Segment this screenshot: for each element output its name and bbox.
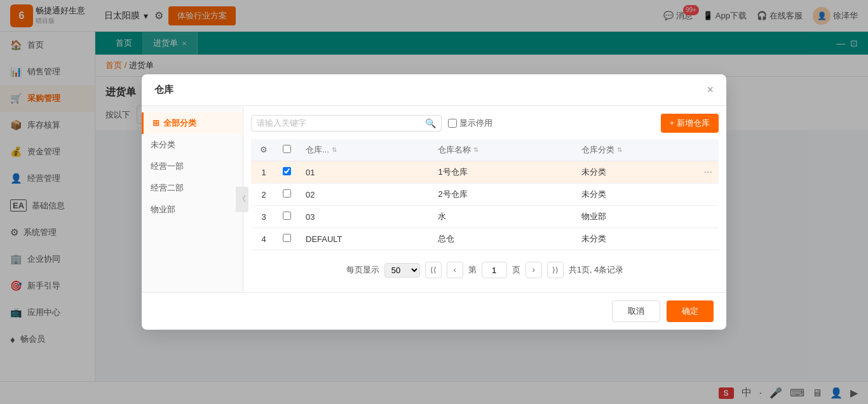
th-settings: ⚙ [251,139,276,161]
confirm-button[interactable]: 确定 [667,300,714,322]
row-code: DEFAULT [299,228,431,250]
page-summary: 共1页, 4条记录 [569,264,624,276]
row-num: 1 [251,161,276,184]
row-category: 未分类 [575,228,719,250]
category-sort-icon[interactable]: ⇅ [617,146,622,153]
row-checkbox-cell [276,184,299,206]
table-row[interactable]: 2 02 2号仓库 未分类 [251,184,719,206]
table-body: 1 01 1号仓库 未分类 ··· 2 02 2号仓库 未分类 3 [251,161,719,250]
dialog-footer: 取消 确定 [142,292,726,330]
show-disabled-group: 显示停用 [448,118,492,129]
cancel-button[interactable]: 取消 [612,300,660,322]
row-name: 总仓 [431,228,575,250]
search-input[interactable] [257,118,421,128]
search-icon[interactable]: 🔍 [425,118,436,128]
select-all-checkbox[interactable] [283,145,291,153]
th-checkbox [276,139,299,161]
warehouse-dialog: 仓库 × ⊞ 全部分类 未分类 经营一部 经营二部 [142,74,726,330]
row-name: 水 [431,206,575,228]
th-category-label: 仓库分类 [581,144,614,156]
row-checkbox[interactable] [283,234,291,242]
row-checkbox-cell [276,161,299,184]
settings-col-icon[interactable]: ⚙ [260,145,268,154]
cat-label-property: 物业部 [151,205,175,214]
dialog-title: 仓库 [154,84,173,96]
search-box: 🔍 [251,115,442,131]
row-checkbox[interactable] [283,212,291,220]
chevron-left-icon: 《 [238,194,246,205]
row-name: 2号仓库 [431,184,575,206]
table-header: ⚙ 仓库... ⇅ [251,139,719,161]
per-page-label: 每页显示 [346,264,379,276]
th-category: 仓库分类 ⇅ [575,139,719,161]
table-panel: 🔍 显示停用 + 新增仓库 ⚙ [243,106,726,293]
name-sort-icon[interactable]: ⇅ [473,146,478,153]
show-disabled-checkbox[interactable] [448,119,457,128]
collapse-panel-btn[interactable]: 《 [236,187,248,212]
show-disabled-label: 显示停用 [459,118,492,129]
th-name-label: 仓库名称 [438,144,471,156]
row-code: 03 [299,206,431,228]
dialog-body: ⊞ 全部分类 未分类 经营一部 经营二部 物业部 《 [142,106,726,293]
row-code: 01 [299,161,431,184]
cat-item-ops1[interactable]: 经营一部 [142,156,243,177]
last-page-btn[interactable]: ⟩⟩ [547,262,564,278]
th-code: 仓库... ⇅ [299,139,431,161]
page-unit: 页 [512,264,520,276]
next-page-btn[interactable]: › [526,262,542,278]
th-name: 仓库名称 ⇅ [431,139,575,161]
pagination: 每页显示 50 100 200 ⟨⟨ ‹ 第 页 › ⟩⟩ 共1页, 4条记录 [251,255,719,285]
table-container: ⚙ 仓库... ⇅ [251,139,719,251]
row-num: 3 [251,206,276,228]
th-code-sort: 仓库... ⇅ [306,144,425,156]
table-row[interactable]: 4 DEFAULT 总仓 未分类 [251,228,719,250]
dialog-header: 仓库 × [142,74,726,106]
cat-label-ops2: 经营二部 [151,183,184,192]
dialog-overlay: 仓库 × ⊞ 全部分类 未分类 经营一部 经营二部 [0,0,868,404]
dialog-close-btn[interactable]: × [707,83,714,97]
table-toolbar: 🔍 显示停用 + 新增仓库 [251,114,719,133]
first-page-btn[interactable]: ⟨⟨ [425,262,442,278]
cat-item-property[interactable]: 物业部 [142,199,243,220]
add-warehouse-btn[interactable]: + 新增仓库 [661,114,719,133]
row-name: 1号仓库 [431,161,575,184]
cat-item-uncategorized[interactable]: 未分类 [142,134,243,156]
table-row[interactable]: 3 03 水 物业部 [251,206,719,228]
category-panel: ⊞ 全部分类 未分类 经营一部 经营二部 物业部 《 [142,106,243,293]
th-code-label: 仓库... [306,144,329,156]
table-row[interactable]: 1 01 1号仓库 未分类 ··· [251,161,719,184]
row-num: 4 [251,228,276,250]
row-category: 物业部 [575,206,719,228]
row-checkbox-cell [276,206,299,228]
th-category-sort: 仓库分类 ⇅ [581,144,712,156]
row-checkbox[interactable] [283,189,291,198]
row-num: 2 [251,184,276,206]
all-categories-item[interactable]: ⊞ 全部分类 [142,112,243,134]
row-checkbox[interactable] [283,167,291,175]
row-category: 未分类 [575,184,719,206]
prev-page-btn[interactable]: ‹ [447,262,463,278]
row-checkbox-cell [276,228,299,250]
page-label: 第 [468,264,477,276]
th-name-sort: 仓库名称 ⇅ [438,144,569,156]
cat-item-ops2[interactable]: 经营二部 [142,177,243,199]
grid-icon: ⊞ [153,118,159,128]
cat-label-uncategorized: 未分类 [151,140,175,149]
per-page-select[interactable]: 50 100 200 [384,263,420,278]
code-sort-icon[interactable]: ⇅ [332,146,337,153]
page-input[interactable] [482,262,507,278]
row-code: 02 [299,184,431,206]
row-category: 未分类 ··· [575,161,719,184]
header-row: ⚙ 仓库... ⇅ [251,139,719,161]
cat-label-ops1: 经营一部 [151,161,184,171]
row-actions-icon[interactable]: ··· [704,166,712,178]
all-categories-label: 全部分类 [163,118,196,129]
warehouse-table: ⚙ 仓库... ⇅ [251,139,719,251]
